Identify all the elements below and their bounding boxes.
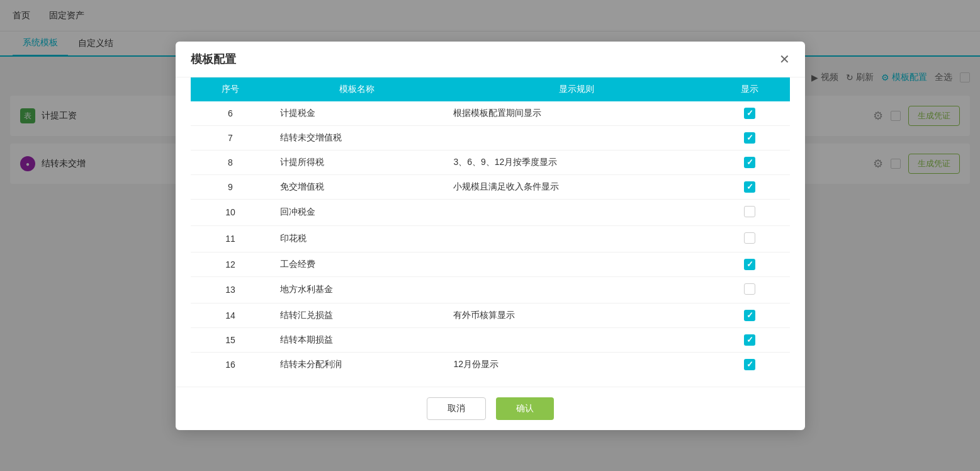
table-row: 8计提所得税3、6、9、12月按季度显示	[191, 150, 790, 174]
checkbox-row-5[interactable]	[744, 232, 755, 244]
table-body: 6计提税金根据模板配置期间显示7结转未交增值税8计提所得税3、6、9、12月按季…	[191, 101, 790, 377]
cell-name-3: 免交增值税	[270, 174, 443, 199]
cell-rule-10: 12月份显示	[443, 352, 709, 377]
table-row: 12工会经费	[191, 252, 790, 276]
cell-seq-9: 15	[191, 327, 271, 352]
cell-name-2: 计提所得税	[270, 150, 443, 174]
cell-rule-4	[443, 199, 709, 225]
cell-seq-7: 13	[191, 276, 271, 303]
cell-check-9	[710, 327, 790, 352]
table-row: 11印花税	[191, 225, 790, 252]
cell-name-1: 结转未交增值税	[270, 125, 443, 150]
table-row: 14结转汇兑损益有外币核算显示	[191, 303, 790, 327]
cell-rule-9	[443, 327, 709, 352]
cell-rule-1	[443, 125, 709, 150]
cell-seq-6: 12	[191, 252, 271, 276]
config-table: 序号 模板名称 显示规则 显示 6计提税金根据模板配置期间显示7结转未交增值税8…	[191, 77, 790, 377]
cell-rule-8: 有外币核算显示	[443, 303, 709, 327]
checkbox-row-9[interactable]	[744, 334, 755, 346]
cell-rule-2: 3、6、9、12月按季度显示	[443, 150, 709, 174]
cell-name-5: 印花税	[270, 225, 443, 252]
checkbox-row-1[interactable]	[744, 132, 755, 144]
modal-title: 模板配置	[191, 52, 236, 67]
col-header-show: 显示	[710, 77, 790, 101]
cell-seq-3: 9	[191, 174, 271, 199]
cell-name-9: 结转本期损益	[270, 327, 443, 352]
modal-header: 模板配置 ✕	[176, 42, 805, 77]
cell-rule-3: 小规模且满足收入条件显示	[443, 174, 709, 199]
cell-name-8: 结转汇兑损益	[270, 303, 443, 327]
table-header-row: 序号 模板名称 显示规则 显示	[191, 77, 790, 101]
table-row: 13地方水利基金	[191, 276, 790, 303]
table-row: 7结转未交增值税	[191, 125, 790, 150]
modal-footer: 取消 确认	[176, 387, 805, 430]
table-header: 序号 模板名称 显示规则 显示	[191, 77, 790, 101]
cell-name-4: 回冲税金	[270, 199, 443, 225]
table-row: 15结转本期损益	[191, 327, 790, 352]
confirm-button[interactable]: 确认	[496, 397, 554, 420]
cell-seq-1: 7	[191, 125, 271, 150]
cell-seq-4: 10	[191, 199, 271, 225]
cell-name-10: 结转未分配利润	[270, 352, 443, 377]
checkbox-row-3[interactable]	[744, 181, 755, 193]
table-scroll-container[interactable]: 序号 模板名称 显示规则 显示 6计提税金根据模板配置期间显示7结转未交增值税8…	[191, 77, 790, 377]
cell-rule-7	[443, 276, 709, 303]
table-row: 10回冲税金	[191, 199, 790, 225]
checkbox-row-7[interactable]	[744, 283, 755, 295]
cell-seq-5: 11	[191, 225, 271, 252]
col-header-rule: 显示规则	[443, 77, 709, 101]
checkbox-row-10[interactable]	[744, 359, 755, 370]
cancel-button[interactable]: 取消	[427, 397, 486, 420]
checkbox-row-4[interactable]	[744, 206, 755, 217]
table-row: 16结转未分配利润12月份显示	[191, 352, 790, 377]
cell-rule-6	[443, 252, 709, 276]
cell-seq-10: 16	[191, 352, 271, 377]
modal-template-config: 模板配置 ✕ 序号 模板名称 显示规则 显示 6计提税金根据模板配置期间显	[176, 42, 805, 430]
cell-check-2	[710, 150, 790, 174]
checkbox-row-6[interactable]	[744, 259, 755, 270]
cell-seq-2: 8	[191, 150, 271, 174]
cell-check-3	[710, 174, 790, 199]
cell-check-10	[710, 352, 790, 377]
cell-seq-0: 6	[191, 101, 271, 126]
cell-check-0	[710, 101, 790, 126]
cell-rule-0: 根据模板配置期间显示	[443, 101, 709, 126]
cell-name-6: 工会经费	[270, 252, 443, 276]
cell-name-7: 地方水利基金	[270, 276, 443, 303]
table-row: 6计提税金根据模板配置期间显示	[191, 101, 790, 126]
table-row: 9免交增值税小规模且满足收入条件显示	[191, 174, 790, 199]
cell-rule-5	[443, 225, 709, 252]
cell-check-8	[710, 303, 790, 327]
col-header-name: 模板名称	[270, 77, 443, 101]
cell-check-6	[710, 252, 790, 276]
cell-check-7	[710, 276, 790, 303]
cell-seq-8: 14	[191, 303, 271, 327]
checkbox-row-0[interactable]	[744, 108, 755, 119]
modal-body: 序号 模板名称 显示规则 显示 6计提税金根据模板配置期间显示7结转未交增值税8…	[176, 77, 805, 387]
cell-check-5	[710, 225, 790, 252]
modal-overlay: 模板配置 ✕ 序号 模板名称 显示规则 显示 6计提税金根据模板配置期间显	[0, 0, 980, 471]
modal-close-button[interactable]: ✕	[779, 53, 790, 65]
col-header-seq: 序号	[191, 77, 271, 101]
cell-name-0: 计提税金	[270, 101, 443, 126]
cell-check-1	[710, 125, 790, 150]
checkbox-row-2[interactable]	[744, 157, 755, 168]
checkbox-row-8[interactable]	[744, 310, 755, 321]
cell-check-4	[710, 199, 790, 225]
